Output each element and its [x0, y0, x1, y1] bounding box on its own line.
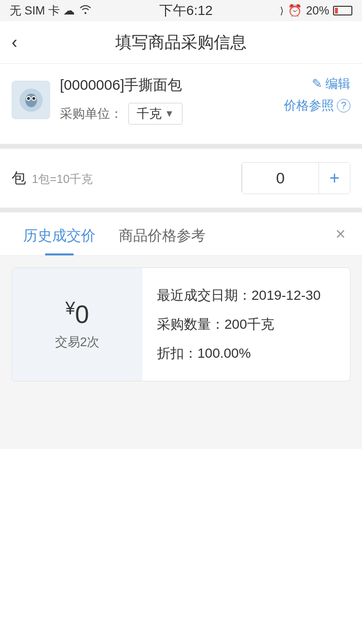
unit-value: 千克: [137, 105, 162, 122]
history-price-value: ¥0: [66, 298, 89, 329]
nav-bar: ‹ 填写商品采购信息: [0, 21, 362, 64]
content-area: ¥0 交易2次 最近成交日期：2019-12-30 采购数量：200千克 折扣：…: [0, 256, 362, 449]
question-icon: ?: [337, 99, 350, 112]
unit-label: 采购单位：: [60, 105, 123, 122]
history-price-panel: ¥0 交易2次: [12, 268, 142, 381]
detail-date-row: 最近成交日期：2019-12-30: [157, 285, 335, 306]
product-header: [0000006]手撕面包 采购单位： 千克 ▼ ✎ 编辑 价格参照 ?: [12, 75, 350, 125]
bottom-area: [0, 449, 362, 644]
tabs-container: 历史成交价 商品价格参考 ×: [0, 212, 362, 256]
page-title: 填写商品采购信息: [115, 31, 247, 54]
edit-button[interactable]: ✎ 编辑: [312, 75, 350, 92]
back-button[interactable]: ‹: [12, 32, 17, 53]
svg-point-5: [32, 97, 35, 100]
edit-icon: ✎: [312, 76, 322, 91]
quantity-hint: 1包=10千克: [32, 171, 93, 187]
quantity-input[interactable]: [242, 163, 319, 194]
wifi-icon: [79, 4, 92, 17]
unit-select[interactable]: 千克 ▼: [128, 103, 182, 125]
product-unit-row: 采购单位： 千克 ▼: [60, 103, 182, 125]
history-trades-count: 交易2次: [55, 334, 99, 350]
quantity-plus-button[interactable]: +: [319, 163, 350, 194]
close-button[interactable]: ×: [331, 219, 350, 249]
status-right: ⟩ ⏰ 20%: [280, 4, 352, 17]
alarm-icon: ⏰: [288, 4, 302, 17]
detail-qty-row: 采购数量：200千克: [157, 314, 335, 335]
tab-product-price-ref[interactable]: 商品价格参考: [107, 212, 217, 255]
divider-2: [0, 208, 362, 212]
status-bar: 无 SIM 卡 ☁ 下午6:12 ⟩ ⏰ 20%: [0, 0, 362, 21]
divider-1: [0, 144, 362, 149]
history-details-panel: 最近成交日期：2019-12-30 采购数量：200千克 折扣：100.00%: [142, 268, 350, 381]
product-info: [0000006]手撕面包 采购单位： 千克 ▼: [60, 75, 182, 125]
product-card: [0000006]手撕面包 采购单位： 千克 ▼ ✎ 编辑 价格参照 ?: [0, 64, 362, 144]
price-ref-button[interactable]: 价格参照 ?: [284, 97, 350, 114]
tabs-list: 历史成交价 商品价格参考: [12, 212, 217, 255]
quantity-row: 包 1包=10千克 +: [0, 149, 362, 208]
battery-percent: 20%: [306, 4, 329, 17]
chevron-down-icon: ▼: [165, 108, 174, 119]
svg-point-4: [27, 97, 30, 100]
sim-label: 无 SIM 卡 ☁: [10, 3, 75, 18]
product-name: [0000006]手撕面包: [60, 75, 182, 95]
quantity-control: +: [241, 162, 350, 194]
tab-history-price[interactable]: 历史成交价: [12, 212, 107, 255]
product-left: [0000006]手撕面包 采购单位： 千克 ▼: [12, 75, 182, 125]
product-right: ✎ 编辑 价格参照 ?: [284, 75, 350, 114]
quantity-unit: 包: [12, 168, 26, 188]
location-icon: ⟩: [280, 5, 284, 16]
battery-icon: [333, 6, 352, 15]
history-card: ¥0 交易2次 最近成交日期：2019-12-30 采购数量：200千克 折扣：…: [12, 267, 350, 381]
product-image: [12, 81, 50, 119]
status-time: 下午6:12: [159, 1, 213, 20]
quantity-left: 包 1包=10千克: [12, 168, 93, 188]
detail-discount-row: 折扣：100.00%: [157, 343, 335, 364]
status-left: 无 SIM 卡 ☁: [10, 3, 92, 18]
